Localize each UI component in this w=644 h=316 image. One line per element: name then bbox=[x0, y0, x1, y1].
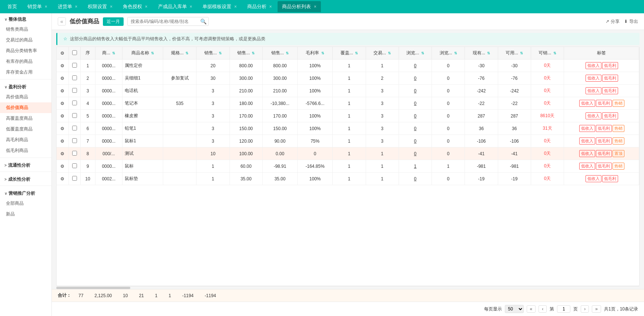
row-name[interactable]: 鼠标垫 bbox=[123, 173, 163, 185]
browse1-link[interactable]: 0 bbox=[414, 76, 417, 81]
export-button[interactable]: ⬇ 导出 bbox=[624, 18, 638, 25]
nav-tab-roles[interactable]: 角色授权 × bbox=[118, 1, 152, 12]
nav-tab-sales[interactable]: 销货单 × bbox=[23, 1, 52, 12]
close-icon[interactable]: × bbox=[45, 4, 47, 9]
row-gear[interactable]: ⚙ bbox=[57, 60, 68, 72]
row-gear[interactable]: ⚙ bbox=[57, 122, 68, 135]
salable-column-header[interactable]: 可销... ⇅ bbox=[531, 47, 564, 60]
row-name[interactable]: 鼠标 bbox=[123, 160, 163, 173]
first-page-button[interactable]: « bbox=[527, 305, 536, 313]
row-checkbox[interactable] bbox=[68, 160, 80, 173]
row-gear[interactable]: ⚙ bbox=[57, 110, 68, 122]
page-input[interactable] bbox=[557, 305, 570, 313]
row-checkbox[interactable] bbox=[68, 135, 80, 147]
next-page-button[interactable]: › bbox=[581, 305, 589, 313]
sidebar-item-high-margin[interactable]: 高毛利商品 bbox=[0, 135, 51, 145]
gear-column-header[interactable]: ⚙ bbox=[57, 47, 68, 60]
sidebar-item-sales-goods[interactable]: 销售类商品 bbox=[0, 24, 51, 35]
last-page-button[interactable]: » bbox=[592, 305, 601, 313]
time-filter-button[interactable]: 近一月 bbox=[103, 17, 124, 26]
sidebar-item-high-value[interactable]: 高价值商品 bbox=[0, 92, 51, 102]
share-button[interactable]: ↗ 分享 bbox=[606, 18, 620, 25]
nav-tab-analysis[interactable]: 商品分析 × bbox=[243, 1, 276, 12]
row-checkbox[interactable] bbox=[68, 60, 80, 72]
row-checkbox[interactable] bbox=[68, 97, 80, 110]
browse1-link[interactable]: 0 bbox=[414, 126, 417, 131]
collapse-button[interactable]: « bbox=[58, 17, 66, 26]
close-icon[interactable]: × bbox=[189, 4, 192, 9]
nav-tab-purchase[interactable]: 进货单 × bbox=[53, 1, 82, 12]
row-name[interactable]: 测试 bbox=[123, 147, 163, 160]
prev-page-button[interactable]: ‹ bbox=[539, 305, 547, 313]
sidebar-group-marketing[interactable]: ∨ 营销推广分析 bbox=[0, 187, 51, 198]
horizontal-scrollbar[interactable] bbox=[56, 286, 640, 289]
browse1-link[interactable]: 1 bbox=[414, 164, 417, 169]
row-name[interactable]: 吴细细1 bbox=[123, 72, 163, 85]
spec-column-header[interactable]: 规格... ⇅ bbox=[163, 47, 197, 60]
row-checkbox[interactable] bbox=[68, 147, 80, 160]
row-browse1[interactable]: 0 bbox=[399, 97, 432, 110]
row-checkbox[interactable] bbox=[68, 122, 80, 135]
row-gear[interactable]: ⚙ bbox=[57, 135, 68, 147]
sidebar-item-new-goods[interactable]: 新品 bbox=[0, 209, 51, 220]
nav-tab-analysis-list[interactable]: 商品分析列表 × bbox=[278, 1, 321, 12]
row-gear[interactable]: ⚙ bbox=[57, 72, 68, 85]
sidebar-item-all-goods[interactable]: 全部商品 bbox=[0, 198, 51, 209]
browse1-link[interactable]: 0 bbox=[414, 101, 417, 106]
close-icon[interactable]: × bbox=[145, 4, 148, 9]
checkbox-column-header[interactable] bbox=[68, 47, 80, 60]
row-browse1[interactable]: 0 bbox=[399, 60, 432, 72]
sidebar-item-traded-goods[interactable]: 交易过的商品 bbox=[0, 35, 51, 45]
sidebar-item-low-value[interactable]: 低价值商品 bbox=[0, 102, 51, 113]
row-name[interactable]: 橡皮擦 bbox=[123, 110, 163, 122]
sale1-column-header[interactable]: 销售... ⇅ bbox=[197, 47, 229, 60]
sidebar-item-low-coverage[interactable]: 低覆盖度商品 bbox=[0, 124, 51, 135]
close-icon[interactable]: × bbox=[269, 4, 272, 9]
page-size-select[interactable]: 20 50 100 bbox=[505, 305, 524, 313]
browse1-link[interactable]: 0 bbox=[414, 151, 417, 156]
sidebar-group-profit[interactable]: ∨ 盈利分析 bbox=[0, 81, 51, 92]
row-name[interactable]: 笔记本 bbox=[123, 97, 163, 110]
row-gear[interactable]: ⚙ bbox=[57, 97, 68, 110]
search-input[interactable] bbox=[127, 17, 209, 26]
code-column-header[interactable]: 商... ⇅ bbox=[95, 47, 123, 60]
close-icon[interactable]: × bbox=[75, 4, 77, 9]
sidebar-item-stock-goods[interactable]: 有库存的商品 bbox=[0, 56, 51, 67]
row-gear[interactable]: ⚙ bbox=[57, 147, 68, 160]
browse1-link[interactable]: 0 bbox=[414, 88, 417, 94]
row-gear[interactable]: ⚙ bbox=[57, 160, 68, 173]
row-browse1[interactable]: 0 bbox=[399, 122, 432, 135]
row-browse1[interactable]: 0 bbox=[399, 173, 432, 185]
sidebar-group-growth[interactable]: > 成长性分析 bbox=[0, 173, 51, 184]
row-name[interactable]: 属性定价 bbox=[123, 60, 163, 72]
current-column-header[interactable]: 现有... ⇅ bbox=[465, 47, 498, 60]
row-name[interactable]: 铅笔1 bbox=[123, 122, 163, 135]
browse1-link[interactable]: 0 bbox=[414, 139, 417, 144]
row-browse1[interactable]: 1 bbox=[399, 160, 432, 173]
nav-tab-home[interactable]: 首页 bbox=[3, 1, 21, 12]
browse1-link[interactable]: 0 bbox=[414, 63, 417, 68]
sale3-column-header[interactable]: 销售... ⇅ bbox=[262, 47, 297, 60]
sale2-column-header[interactable]: 销售... ⇅ bbox=[229, 47, 262, 60]
row-name[interactable]: 鼠标1 bbox=[123, 135, 163, 147]
search-icon[interactable]: 🔍 bbox=[200, 18, 207, 24]
sidebar-item-high-coverage[interactable]: 高覆盖度商品 bbox=[0, 113, 51, 124]
gross-column-header[interactable]: 毛利率 ⇅ bbox=[298, 47, 333, 60]
row-checkbox[interactable] bbox=[68, 72, 80, 85]
row-checkbox[interactable] bbox=[68, 85, 80, 97]
sidebar-item-low-margin[interactable]: 低毛利商品 bbox=[0, 145, 51, 156]
row-gear[interactable]: ⚙ bbox=[57, 85, 68, 97]
sidebar-group-liquidity[interactable]: > 流通性分析 bbox=[0, 159, 51, 170]
usable-column-header[interactable]: 可用... ⇅ bbox=[498, 47, 531, 60]
row-browse1[interactable]: 0 bbox=[399, 85, 432, 97]
cover-column-header[interactable]: 覆盖... ⇅ bbox=[333, 47, 366, 60]
close-icon[interactable]: × bbox=[234, 4, 237, 9]
browse1-link[interactable]: 0 bbox=[414, 113, 417, 119]
browse2-column-header[interactable]: 浏览... ⇅ bbox=[432, 47, 465, 60]
row-checkbox[interactable] bbox=[68, 110, 80, 122]
sidebar-group-overall[interactable]: ∨ 整体信息 bbox=[0, 13, 51, 24]
trade-column-header[interactable]: 交易... ⇅ bbox=[366, 47, 399, 60]
row-checkbox[interactable] bbox=[68, 173, 80, 185]
row-gear[interactable]: ⚙ bbox=[57, 173, 68, 185]
name-column-header[interactable]: 商品名称 ⇅ bbox=[123, 47, 163, 60]
